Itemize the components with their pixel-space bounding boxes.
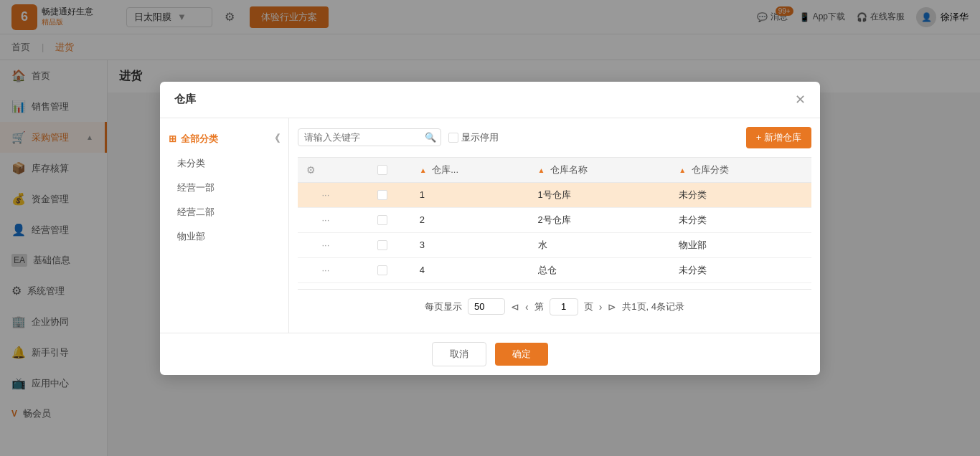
th-name: ▲ 仓库名称	[529, 157, 671, 182]
per-page-label: 每页显示	[425, 300, 462, 313]
row-actions-cell: ···	[298, 182, 354, 207]
warehouse-table: ⚙ ▲ 仓库... ▲	[298, 157, 811, 283]
modal-close-button[interactable]: ✕	[795, 92, 806, 108]
show-disabled-toggle[interactable]: 显示停用	[448, 131, 499, 144]
row-checkbox-cell	[354, 207, 411, 232]
row-actions-cell: ···	[298, 257, 354, 282]
row-actions-cell: ···	[298, 207, 354, 232]
search-input[interactable]	[304, 132, 425, 143]
row-more-icon[interactable]: ···	[321, 265, 329, 275]
category-item-property[interactable]: 物业部	[160, 224, 288, 249]
row-checkbox-cell	[354, 257, 411, 282]
modal-body: ⊞ 全部分类 《 未分类 经营一部 经营二部 物业部	[160, 118, 820, 333]
show-disabled-checkbox[interactable]	[448, 133, 458, 143]
all-categories-label: 全部分类	[181, 133, 218, 146]
sort-icon-category: ▲	[679, 166, 686, 174]
table-row[interactable]: ··· 2 2号仓库 未分类	[298, 207, 811, 232]
table-row[interactable]: ··· 3 水 物业部	[298, 232, 811, 257]
page-prev-nav[interactable]: ‹	[525, 301, 529, 313]
table-row[interactable]: ··· 4 总仓 未分类	[298, 257, 811, 282]
cancel-button[interactable]: 取消	[432, 342, 486, 366]
row-category: 未分类	[670, 182, 811, 207]
settings-th-icon: ⚙	[306, 164, 316, 176]
category-panel: ⊞ 全部分类 《 未分类 经营一部 经营二部 物业部	[160, 118, 289, 333]
page-next-nav[interactable]: ›	[599, 301, 603, 313]
modal-footer: 取消 确定	[160, 333, 820, 375]
row-category: 物业部	[670, 232, 811, 257]
row-checkbox-cell	[354, 232, 411, 257]
sort-icon-name: ▲	[538, 166, 545, 174]
category-item-operations1[interactable]: 经营一部	[160, 176, 288, 200]
page-last-nav[interactable]: ⊳	[608, 301, 616, 313]
per-page-select[interactable]: 50 100 200	[468, 298, 505, 315]
row-name: 2号仓库	[529, 207, 671, 232]
row-more-icon[interactable]: ···	[321, 214, 329, 225]
row-category: 未分类	[670, 257, 811, 282]
row-checkbox[interactable]	[377, 215, 387, 225]
row-index: 3	[411, 232, 529, 257]
row-checkbox[interactable]	[377, 265, 387, 275]
show-disabled-label: 显示停用	[461, 131, 499, 144]
page-number-input[interactable]	[550, 298, 578, 315]
page-first-nav[interactable]: ⊲	[511, 301, 519, 313]
row-category: 未分类	[670, 207, 811, 232]
row-index: 4	[411, 257, 529, 282]
collapse-button[interactable]: 《	[270, 133, 280, 146]
row-name: 水	[529, 232, 671, 257]
select-all-checkbox[interactable]	[377, 165, 387, 175]
sort-icon-code: ▲	[420, 166, 427, 174]
category-item-operations2[interactable]: 经营二部	[160, 200, 288, 224]
th-code: ▲ 仓库...	[411, 157, 529, 182]
all-categories-button[interactable]: ⊞ 全部分类 《	[160, 127, 288, 151]
grid-icon: ⊞	[169, 133, 176, 144]
table-row[interactable]: ··· 1 1号仓库 未分类	[298, 182, 811, 207]
row-checkbox[interactable]	[377, 190, 387, 200]
confirm-button[interactable]: 确定	[495, 343, 548, 366]
per-page-select-wrapper: 50 100 200	[468, 298, 505, 315]
th-checkbox	[354, 157, 411, 182]
pagination: 每页显示 50 100 200 ⊲ ‹ 第 页 › ⊳ 共	[298, 289, 811, 324]
add-warehouse-button[interactable]: + 新增仓库	[746, 127, 811, 148]
row-more-icon[interactable]: ···	[321, 189, 329, 200]
modal-header: 仓库 ✕	[160, 82, 820, 118]
th-settings: ⚙	[298, 157, 354, 182]
th-category: ▲ 仓库分类	[670, 157, 811, 182]
modal-overlay: 仓库 ✕ ⊞ 全部分类 《 未分类 经营一部 经营二部	[0, 0, 980, 456]
page-suffix: 页	[584, 300, 593, 313]
total-label: 共1页, 4条记录	[622, 300, 684, 313]
row-actions-cell: ···	[298, 232, 354, 257]
row-more-icon[interactable]: ···	[321, 239, 329, 250]
category-item-uncategorized[interactable]: 未分类	[160, 151, 288, 176]
search-box: 🔍	[298, 128, 441, 146]
row-index: 2	[411, 207, 529, 232]
row-name: 总仓	[529, 257, 671, 282]
row-name: 1号仓库	[529, 182, 671, 207]
table-container: ⚙ ▲ 仓库... ▲	[298, 157, 811, 283]
page-label: 第	[534, 300, 544, 313]
table-toolbar: 🔍 显示停用 + 新增仓库	[298, 127, 811, 148]
modal-title: 仓库	[174, 92, 196, 106]
row-index: 1	[411, 182, 529, 207]
row-checkbox-cell	[354, 182, 411, 207]
row-checkbox[interactable]	[377, 240, 387, 250]
warehouse-modal: 仓库 ✕ ⊞ 全部分类 《 未分类 经营一部 经营二部	[160, 82, 820, 375]
search-icon[interactable]: 🔍	[425, 132, 436, 143]
table-panel: 🔍 显示停用 + 新增仓库 ⚙	[289, 118, 820, 333]
